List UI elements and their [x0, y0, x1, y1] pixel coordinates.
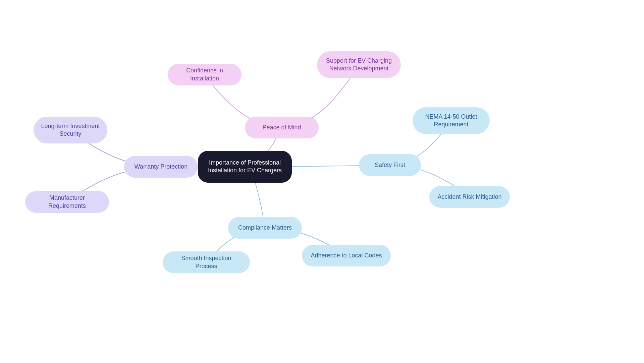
- compliance-matters-label: Compliance Matters: [238, 224, 292, 232]
- peace-of-mind-label: Peace of Mind: [262, 124, 301, 131]
- warranty-protection-node: Warranty Protection: [124, 156, 198, 178]
- center-node: Importance of Professional Installation …: [198, 151, 292, 183]
- smooth-inspection-label: Smooth Inspection Process: [170, 254, 243, 270]
- safety-first-node: Safety First: [359, 154, 421, 176]
- adherence-local-codes-node: Adherence to Local Codes: [302, 245, 391, 266]
- nema-outlet-node: NEMA 14-50 Outlet Requirement: [413, 107, 490, 134]
- warranty-protection-label: Warranty Protection: [135, 163, 187, 171]
- adherence-local-codes-label: Adherence to Local Codes: [311, 252, 382, 259]
- long-term-investment-node: Long-term Investment Security: [34, 117, 107, 143]
- center-label: Importance of Professional Installation …: [205, 159, 284, 175]
- manufacturer-requirements-label: Manufacturer Requirements: [33, 194, 102, 210]
- peace-of-mind-node: Peace of Mind: [245, 117, 319, 138]
- support-ev-charging-node: Support for EV Charging Network Developm…: [317, 51, 401, 78]
- confidence-in-installation-label: Confidence in Installation: [175, 67, 234, 82]
- support-ev-charging-label: Support for EV Charging Network Developm…: [326, 57, 392, 73]
- nema-outlet-label: NEMA 14-50 Outlet Requirement: [425, 113, 477, 129]
- long-term-investment-label: Long-term Investment Security: [41, 122, 100, 138]
- safety-first-label: Safety First: [375, 161, 405, 169]
- accident-risk-node: Accident Risk Mitigation: [429, 186, 510, 208]
- compliance-matters-node: Compliance Matters: [228, 217, 302, 239]
- manufacturer-requirements-node: Manufacturer Requirements: [25, 191, 109, 213]
- confidence-in-installation-node: Confidence in Installation: [168, 64, 241, 85]
- accident-risk-label: Accident Risk Mitigation: [437, 193, 501, 201]
- smooth-inspection-node: Smooth Inspection Process: [163, 251, 250, 273]
